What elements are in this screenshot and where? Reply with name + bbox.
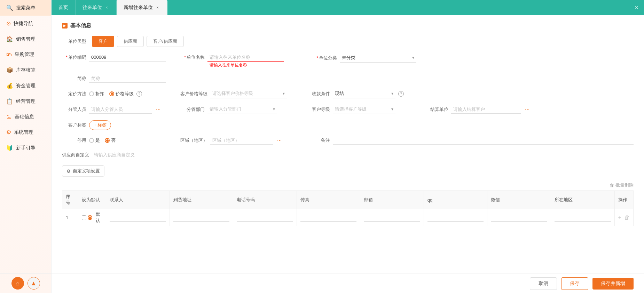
pricing-price-level-label: 价格等级 [116,91,134,97]
tags-label: 客户标签 [62,122,86,128]
basic-info-section-header: ▶ 基本信息 [62,22,634,29]
sidebar-item-operations[interactable]: 📋 经营管理 [0,93,51,109]
disabled-no[interactable]: 否 [105,137,116,144]
cancel-button[interactable]: 取消 [530,277,557,290]
sidebar-item-purchase[interactable]: 🛍 采购管理 [0,47,51,62]
settlement-more-btn[interactable]: ··· [524,106,531,113]
phone-input[interactable] [237,213,293,222]
batch-delete-btn[interactable]: 🗑 批量删除 [610,182,634,188]
col-email: 邮箱 [360,191,424,209]
operations-icon: 📋 [6,98,13,105]
sidebar-item-inventory[interactable]: 📦 库存核算 [0,62,51,78]
manager-field: 分管人员 ··· [62,105,180,114]
tab-new-partner-close[interactable]: × [155,5,160,11]
customer-level-placeholder: 请选择客户等级 [335,106,390,112]
pricing-label: 定价方法 [62,91,86,97]
contact-input[interactable] [110,213,166,222]
unit-code-input[interactable] [89,53,166,62]
default-radio[interactable]: 默认 [88,211,103,224]
sidebar-item-system[interactable]: ⚙ 系统管理 [0,124,51,140]
col-qq: qq [424,191,487,209]
wechat-input[interactable] [491,213,547,222]
short-name-row: 简称 [62,74,634,83]
unit-type-customer-btn[interactable]: 客户 [92,36,114,47]
pricing-help-icon[interactable]: ? [136,91,142,97]
customer-price-level-select[interactable]: 请选择客户价格等级 ▾ [210,89,287,98]
unit-type-row: 单位类型 客户 供应商 客户/供应商 [62,36,634,47]
short-name-input[interactable] [89,74,166,83]
search-icon: 🔍 [6,5,13,11]
unit-type-label: 单位类型 [62,38,86,44]
supplier-custom-row: 供应商自定义 [62,151,634,159]
save-button[interactable]: 保存 [561,277,588,290]
row-add-btn[interactable]: + [618,214,621,221]
save-new-button[interactable]: 保存并新增 [592,278,634,290]
cell-seq: 1 [62,209,78,226]
disabled-yes-radio [89,138,94,143]
manager-label: 分管人员 [62,106,86,113]
sidebar-item-sales[interactable]: 🏠 销售管理 [0,31,51,47]
payment-terms-select[interactable]: 现结 ▾ [333,89,395,98]
sidebar-item-basic-info[interactable]: 🗂 基础信息 [0,109,51,124]
unit-category-select[interactable]: 未分类 ▾ [340,53,416,63]
custom-settings-btn[interactable]: ⚙ 自定义项设置 [62,165,104,177]
tab-home-label: 首页 [58,5,68,11]
sidebar-home-btn[interactable]: ⌂ [11,277,24,290]
row-actions: + 🗑 [618,214,630,221]
sidebar-item-label: 库存核算 [16,67,36,73]
guide-icon: 🔰 [6,145,13,151]
add-tag-btn[interactable]: + 标签 [89,120,111,130]
manager-input[interactable] [89,105,152,114]
email-input[interactable] [364,213,420,222]
fax-input[interactable] [300,213,357,222]
unit-info-row: 单位编码 单位名称 请输入往来单位名称 单位分类 未分类 ▾ [62,53,634,68]
customer-level-select[interactable]: 请选择客户等级 ▾ [333,105,395,114]
payment-terms-help-icon[interactable]: ? [398,91,404,97]
col-contact: 联系人 [106,191,170,209]
custom-settings-icon: ⚙ [66,169,71,174]
cell-fax [297,209,360,226]
remarks-input[interactable] [333,136,634,145]
default-checkbox[interactable] [82,215,86,220]
unit-type-supplier-btn[interactable]: 供应商 [117,36,144,47]
tab-home[interactable]: 首页 [52,0,76,15]
inventory-icon: 📦 [6,67,13,73]
window-close-btn[interactable]: × [629,4,644,11]
tab-partner[interactable]: 往来单位 × [76,0,117,15]
unit-name-input[interactable] [207,53,284,62]
pricing-row: 定价方法 折扣 价格等级 ? 客户价格等级 请选择客户价格等级 [62,89,634,98]
settlement-input[interactable] [451,105,521,114]
row-delete-btn[interactable]: 🗑 [624,214,630,221]
pricing-price-level[interactable]: 价格等级 [109,91,134,97]
address-input[interactable] [173,213,230,222]
sidebar-item-quick-nav[interactable]: ⊙ 快捷导航 [0,16,51,31]
sidebar-item-search[interactable]: 🔍 搜索菜单 [0,0,51,16]
manager-more-btn[interactable]: ··· [155,106,162,113]
region-input[interactable] [210,136,273,145]
payment-terms-label: 收款条件 [306,91,330,97]
row-region-input[interactable] [555,213,611,222]
supplier-custom-input[interactable] [92,151,168,159]
unit-name-label: 单位名称 [180,54,205,60]
customer-price-level-label: 客户价格等级 [180,91,207,97]
region-more-btn[interactable]: ··· [276,137,283,144]
qq-input[interactable] [427,213,484,222]
sidebar-item-finance[interactable]: 💰 资金管理 [0,78,51,93]
pricing-discount[interactable]: 折扣 [89,91,104,97]
default-radio-circle [88,215,93,220]
sidebar-item-guide[interactable]: 🔰 新手引导 [0,140,51,156]
add-tag-label: + 标签 [94,122,107,128]
quick-nav-icon: ⊙ [6,20,11,27]
disabled-yes[interactable]: 是 [89,137,100,144]
payment-terms-field: 收款条件 现结 ▾ ? [306,89,445,98]
tab-partner-close[interactable]: × [104,5,109,11]
sidebar-item-label: 基础信息 [15,114,34,120]
form-content: ▶ 基本信息 单位类型 客户 供应商 客户/供应商 单位编码 单位名称 [52,15,644,293]
supplier-custom-field: 供应商自定义 [62,151,180,159]
sidebar-expand-btn[interactable]: ▲ [28,277,40,290]
unit-type-both-btn[interactable]: 客户/供应商 [147,36,184,47]
department-label: 分管部门 [180,106,205,113]
tab-new-partner[interactable]: 新增往来单位 × [117,0,167,15]
department-select[interactable]: 请输入分管部门 ▾ [207,105,277,114]
col-phone: 电话号码 [233,191,297,209]
